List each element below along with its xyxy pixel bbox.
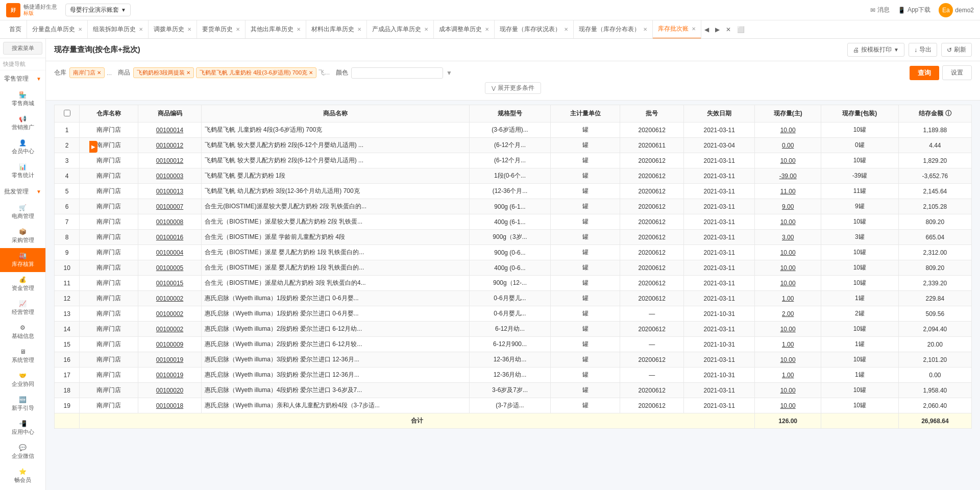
product-tag-2[interactable]: 飞鹤星飞帆 儿童奶粉 4段(3-6岁适用) 700克 ✕ bbox=[196, 67, 316, 78]
tab-close-batch-acc[interactable]: ✕ bbox=[692, 26, 696, 32]
sidebar-item-purchase[interactable]: 📦 采购管理 bbox=[0, 224, 45, 248]
cell-qty1[interactable]: 10.00 bbox=[755, 352, 821, 368]
cell-code[interactable]: 00100002 bbox=[138, 291, 202, 306]
tab-mix[interactable]: 调拨单历史 ✕ bbox=[149, 20, 197, 39]
tab-close-stock-dist[interactable]: ✕ bbox=[643, 27, 647, 32]
tab-close-material-out[interactable]: ✕ bbox=[357, 27, 361, 32]
sidebar-item-finance[interactable]: 💰 资金管理 bbox=[0, 272, 45, 296]
cell-qty1[interactable]: 10.00 bbox=[755, 214, 821, 230]
sidebar-item-vip[interactable]: ⭐ 畅会员 bbox=[0, 464, 45, 488]
product-tag-1-close[interactable]: ✕ bbox=[186, 70, 190, 76]
sidebar-item-member[interactable]: 👤 会员中心 bbox=[0, 135, 45, 159]
sidebar-item-ecommerce[interactable]: 🛒 电商管理 bbox=[0, 200, 45, 224]
cell-code[interactable]: 00100007 bbox=[138, 199, 202, 214]
cell-code[interactable]: 00100019 bbox=[138, 368, 202, 383]
cell-qty1[interactable]: 11.00 bbox=[755, 184, 821, 199]
refresh-btn[interactable]: ↺ 刷新 bbox=[941, 43, 972, 57]
product-tag-2-close[interactable]: ✕ bbox=[309, 70, 313, 76]
cell-qty1[interactable]: 10.00 bbox=[755, 122, 821, 138]
sidebar-search-btn[interactable]: 搜索菜单 bbox=[3, 42, 42, 55]
cell-qty1[interactable]: 10.00 bbox=[755, 245, 821, 260]
warehouse-tag-nananjindian[interactable]: 南岸门店 ✕ bbox=[69, 67, 105, 78]
sidebar-item-retail-shop[interactable]: 🏪 零售商城 bbox=[0, 87, 45, 111]
cell-qty1[interactable]: 0.00 bbox=[755, 138, 821, 153]
cell-code[interactable]: 00100020 bbox=[138, 383, 202, 398]
cell-code[interactable]: 00100015 bbox=[138, 276, 202, 291]
cell-qty1[interactable]: 1.00 bbox=[755, 291, 821, 306]
cell-qty1[interactable]: 3.00 bbox=[755, 230, 821, 245]
warehouse-tag-close[interactable]: ✕ bbox=[97, 70, 101, 76]
tab-batch-acc[interactable]: 库存批次账 ✕ bbox=[653, 20, 701, 39]
tab-dismantle[interactable]: 组装拆卸单历史 ✕ bbox=[88, 20, 149, 39]
print-btn[interactable]: 🖨 按模板打印 ▼ bbox=[847, 43, 904, 57]
cell-qty1[interactable]: 10.00 bbox=[755, 276, 821, 291]
expand-more-btn[interactable]: ⋁ 展开更多条件 bbox=[485, 82, 541, 94]
tab-requisition[interactable]: 要货单历史 ✕ bbox=[197, 20, 246, 39]
tab-home[interactable]: 首页 bbox=[4, 20, 27, 39]
cell-qty1[interactable]: 10.00 bbox=[755, 260, 821, 276]
cell-qty1[interactable]: 2.00 bbox=[755, 306, 821, 322]
tab-stock-status[interactable]: 现存量（库存状况表） ✕ bbox=[495, 20, 574, 39]
tab-close-mix[interactable]: ✕ bbox=[187, 27, 191, 32]
tab-split[interactable]: 分量盘点单历史 ✕ bbox=[27, 20, 88, 39]
tab-cost-adj[interactable]: 成本调整单历史 ✕ bbox=[434, 20, 495, 39]
cell-qty1[interactable]: 10.00 bbox=[755, 322, 821, 337]
tab-expand[interactable]: ⬜ bbox=[734, 20, 748, 39]
cell-qty1[interactable]: 1.00 bbox=[755, 337, 821, 352]
sidebar-item-new-guide[interactable]: 🆕 新手引导 bbox=[0, 392, 45, 416]
setting-btn[interactable]: 设置 bbox=[942, 65, 972, 80]
tab-close-requisition[interactable]: ✕ bbox=[236, 27, 240, 32]
sidebar-item-app-center[interactable]: 📲 应用中心 bbox=[0, 416, 45, 440]
cell-code[interactable]: 00100019 bbox=[138, 352, 202, 368]
sidebar-item-inventory[interactable]: 🏭 库存核算 bbox=[0, 248, 45, 272]
select-all-checkbox[interactable] bbox=[64, 110, 70, 116]
sidebar-item-operation[interactable]: 📈 经营管理 bbox=[0, 296, 45, 320]
tab-close-product-in[interactable]: ✕ bbox=[424, 27, 428, 32]
tab-product-in[interactable]: 产成品入库单历史 ✕ bbox=[367, 20, 434, 39]
cell-qty1[interactable]: 10.00 bbox=[755, 398, 821, 413]
sidebar-expand-btn[interactable]: ▶ bbox=[89, 141, 97, 153]
cell-code[interactable]: 00100004 bbox=[138, 245, 202, 260]
tab-stock-dist[interactable]: 现存量（库存分布表） ✕ bbox=[574, 20, 653, 39]
cell-code[interactable]: 00100016 bbox=[138, 230, 202, 245]
product-tag-1[interactable]: 飞鹤奶粉3段两提装 ✕ bbox=[133, 67, 194, 78]
cell-qty1[interactable]: 10.00 bbox=[755, 383, 821, 398]
cell-code[interactable]: 00100012 bbox=[138, 153, 202, 168]
cell-qty1[interactable]: 1.00 bbox=[755, 368, 821, 383]
tab-other-out[interactable]: 其他出库单历史 ✕ bbox=[246, 20, 306, 39]
cell-code[interactable]: 00100002 bbox=[138, 322, 202, 337]
color-filter-arrow[interactable]: ▼ bbox=[446, 69, 452, 77]
user-area[interactable]: Ea demo2 bbox=[939, 3, 974, 17]
sidebar-item-wholesale[interactable]: 批发管理 ▼ bbox=[0, 183, 45, 200]
cell-code[interactable]: 00100005 bbox=[138, 260, 202, 276]
color-filter-input[interactable] bbox=[351, 67, 443, 79]
cell-qty1[interactable]: 10.00 bbox=[755, 153, 821, 168]
cell-qty1[interactable]: -39.00 bbox=[755, 168, 821, 184]
tab-close-cost-adj[interactable]: ✕ bbox=[485, 27, 489, 32]
sidebar-item-corp-collab[interactable]: 🤝 企业协同 bbox=[0, 368, 45, 392]
cell-code[interactable]: 00100008 bbox=[138, 214, 202, 230]
tab-nav-next[interactable]: ▶ bbox=[712, 20, 723, 39]
cell-code[interactable]: 00100002 bbox=[138, 306, 202, 322]
sidebar-item-retail-stat[interactable]: 📊 零售统计 bbox=[0, 159, 45, 183]
tab-close-dismantle[interactable]: ✕ bbox=[139, 27, 143, 32]
tab-close-all[interactable]: ✕ bbox=[723, 20, 734, 39]
product-filter-more[interactable]: 飞... bbox=[318, 68, 330, 77]
query-btn[interactable]: 查询 bbox=[910, 66, 939, 80]
cell-code[interactable]: 00100009 bbox=[138, 337, 202, 352]
cell-qty1[interactable]: 9.00 bbox=[755, 199, 821, 214]
sidebar-item-corp-wechat[interactable]: 💬 企业微信 bbox=[0, 440, 45, 464]
export-btn[interactable]: ↓ 导出 bbox=[909, 43, 937, 57]
cell-code[interactable]: 00100003 bbox=[138, 168, 202, 184]
cell-code[interactable]: 00100012 bbox=[138, 138, 202, 153]
workspace-selector[interactable]: 母婴行业演示账套 ▼ bbox=[65, 4, 131, 16]
tab-nav-prev[interactable]: ◀ bbox=[701, 20, 712, 39]
warehouse-filter-more[interactable]: ... bbox=[107, 69, 112, 77]
cell-code[interactable]: 00100014 bbox=[138, 122, 202, 138]
tab-material-out[interactable]: 材料出库单历史 ✕ bbox=[306, 20, 367, 39]
tab-close-split[interactable]: ✕ bbox=[78, 27, 82, 32]
cell-code[interactable]: 00100013 bbox=[138, 184, 202, 199]
tab-close-stock-status[interactable]: ✕ bbox=[564, 27, 568, 32]
sidebar-item-basic[interactable]: ⚙ 基础信息 bbox=[0, 320, 45, 344]
sidebar-item-retail-mgmt[interactable]: 零售管理 ▼ bbox=[0, 70, 45, 87]
